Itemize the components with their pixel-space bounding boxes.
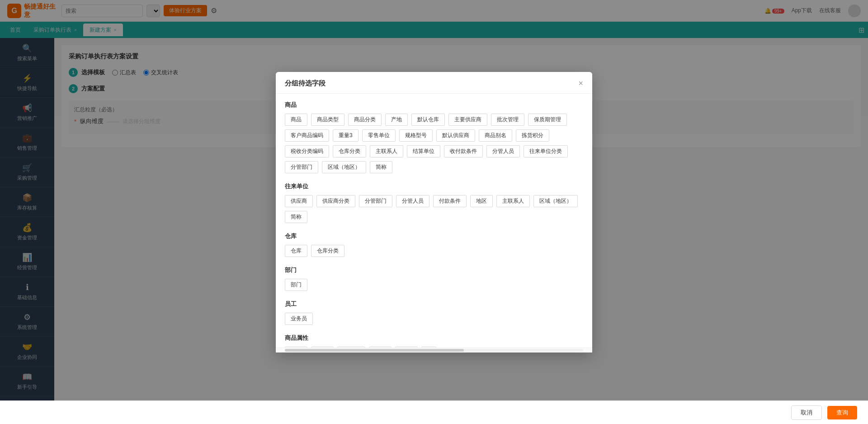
section-5: 商品属性 属性颜色多规格尺码鞋码1: [285, 334, 583, 348]
field-tag-0-15[interactable]: 税收分类编码: [285, 145, 329, 157]
field-tags-0: 商品商品类型商品分类产地默认仓库主要供应商批次管理保质期管理客户商品编码重量3零…: [285, 114, 583, 173]
field-tags-3: 部门: [285, 279, 583, 291]
section-2: 仓库 仓库仓库分类: [285, 232, 583, 257]
field-select-modal: 分组待选字段 × 商品 商品商品类型商品分类产地默认仓库主要供应商批次管理保质期…: [276, 72, 592, 353]
field-tag-0-12[interactable]: 默认供应商: [436, 129, 475, 142]
modal-body[interactable]: 商品 商品商品类型商品分类产地默认仓库主要供应商批次管理保质期管理客户商品编码重…: [276, 94, 592, 348]
field-tags-1: 供应商供应商分类分管部门分管人员付款条件地区主联系人区域（地区）简称: [285, 195, 583, 223]
section-label-5: 商品属性: [285, 334, 583, 342]
field-tag-0-20[interactable]: 分管人员: [486, 145, 520, 157]
field-tags-2: 仓库仓库分类: [285, 245, 583, 257]
field-tag-3-0[interactable]: 部门: [285, 279, 307, 291]
field-tag-0-2[interactable]: 商品分类: [348, 114, 382, 126]
field-tag-1-1[interactable]: 供应商分类: [316, 195, 355, 207]
field-tag-0-6[interactable]: 批次管理: [491, 114, 524, 126]
section-4: 员工 业务员: [285, 300, 583, 325]
modal-title: 分组待选字段: [285, 79, 326, 88]
field-tag-0-17[interactable]: 主联系人: [370, 145, 403, 157]
field-tag-1-7[interactable]: 区域（地区）: [533, 195, 578, 207]
field-tag-0-13[interactable]: 商品别名: [479, 129, 512, 142]
field-tag-2-0[interactable]: 仓库: [285, 245, 307, 257]
field-tag-0-7[interactable]: 保质期管理: [528, 114, 567, 126]
field-tag-0-0[interactable]: 商品: [285, 114, 307, 126]
field-tag-1-4[interactable]: 付款条件: [433, 195, 467, 207]
field-tags-4: 业务员: [285, 313, 583, 325]
field-tag-0-14[interactable]: 拣货积分: [516, 129, 549, 142]
field-tag-0-10[interactable]: 零售单位: [362, 129, 396, 142]
section-label-0: 商品: [285, 101, 583, 109]
field-tag-2-1[interactable]: 仓库分类: [311, 245, 344, 257]
field-tag-0-9[interactable]: 重量3: [333, 129, 359, 142]
section-0: 商品 商品商品类型商品分类产地默认仓库主要供应商批次管理保质期管理客户商品编码重…: [285, 101, 583, 173]
field-tag-0-5[interactable]: 主要供应商: [448, 114, 487, 126]
section-label-2: 仓库: [285, 232, 583, 240]
section-label-3: 部门: [285, 266, 583, 274]
field-tag-1-6[interactable]: 主联系人: [496, 195, 530, 207]
modal-hscroll: [276, 348, 592, 352]
section-3: 部门 部门: [285, 266, 583, 291]
section-label-1: 往来单位: [285, 182, 583, 191]
field-tag-1-8[interactable]: 简称: [285, 211, 307, 223]
field-tag-1-3[interactable]: 分管人员: [396, 195, 429, 207]
field-tag-0-24[interactable]: 简称: [370, 161, 392, 173]
field-tag-1-0[interactable]: 供应商: [285, 195, 313, 207]
field-tag-0-4[interactable]: 默认仓库: [411, 114, 445, 126]
modal-overlay: 分组待选字段 × 商品 商品商品类型商品分类产地默认仓库主要供应商批次管理保质期…: [0, 0, 868, 424]
confirm-button[interactable]: 查询: [827, 406, 857, 419]
field-tag-0-21[interactable]: 往来单位分类: [524, 145, 568, 157]
field-tag-0-18[interactable]: 结算单位: [407, 145, 440, 157]
field-tag-4-0[interactable]: 业务员: [285, 313, 313, 325]
field-tag-0-3[interactable]: 产地: [385, 114, 408, 126]
field-tag-0-22[interactable]: 分管部门: [285, 161, 318, 173]
field-tag-0-8[interactable]: 客户商品编码: [285, 129, 329, 142]
field-tag-0-19[interactable]: 收付款条件: [444, 145, 483, 157]
section-1: 往来单位 供应商供应商分类分管部门分管人员付款条件地区主联系人区域（地区）简称: [285, 182, 583, 223]
field-tag-0-1[interactable]: 商品类型: [311, 114, 344, 126]
field-tag-0-16[interactable]: 仓库分类: [333, 145, 366, 157]
section-label-4: 员工: [285, 300, 583, 308]
modal-close-btn[interactable]: ×: [578, 79, 583, 87]
cancel-button[interactable]: 取消: [791, 405, 822, 420]
field-tag-0-11[interactable]: 规格型号: [399, 129, 433, 142]
field-tag-1-2[interactable]: 分管部门: [359, 195, 392, 207]
modal-header: 分组待选字段 ×: [276, 72, 592, 94]
field-tag-0-23[interactable]: 区域（地区）: [322, 161, 366, 173]
field-tag-1-5[interactable]: 地区: [470, 195, 493, 207]
bottom-bar: 取消 查询: [0, 400, 868, 424]
